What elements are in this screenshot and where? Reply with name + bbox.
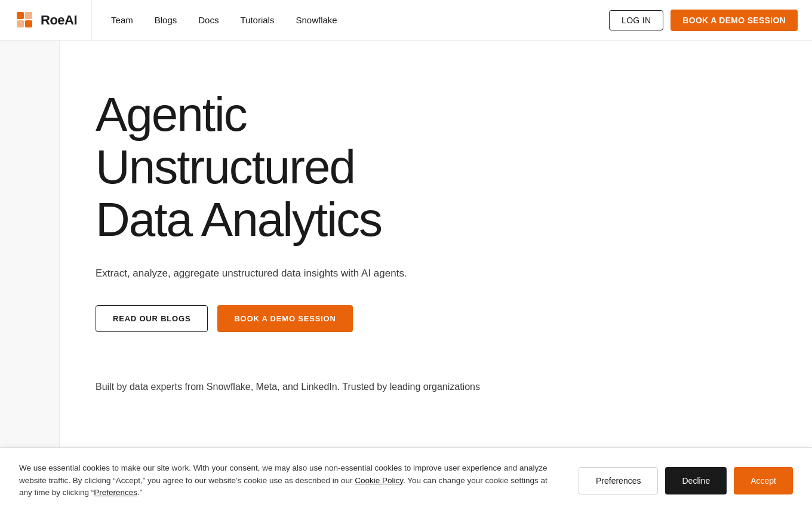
- nav-item-tutorials[interactable]: Tutorials: [240, 15, 274, 25]
- preferences-inline-link[interactable]: Preferences: [94, 488, 137, 497]
- nav-item-docs[interactable]: Docs: [198, 15, 219, 25]
- svg-rect-0: [17, 12, 24, 19]
- hero-title: Agentic Unstructured Data Analytics: [96, 88, 513, 246]
- read-blogs-button[interactable]: READ OUR BLOGS: [96, 305, 208, 332]
- hero-title-line2: Unstructured: [96, 140, 355, 193]
- decline-button[interactable]: Decline: [665, 467, 727, 494]
- cookie-buttons: Preferences Decline Accept: [579, 467, 793, 494]
- nav-item-blogs[interactable]: Blogs: [155, 15, 177, 25]
- preferences-button[interactable]: Preferences: [579, 467, 658, 494]
- header: RoeAI Team Blogs Docs Tutorials Snowflak…: [0, 0, 812, 41]
- hero-section: Agentic Unstructured Data Analytics Extr…: [60, 41, 812, 513]
- logo-area[interactable]: RoeAI: [0, 0, 92, 41]
- main-content: Agentic Unstructured Data Analytics Extr…: [0, 41, 812, 513]
- nav-item-team[interactable]: Team: [111, 15, 133, 25]
- svg-rect-1: [25, 12, 32, 19]
- header-right: LOG IN BOOK A DEMO SESSION: [609, 10, 798, 31]
- cookie-text: We use essential cookies to make our sit…: [19, 462, 559, 499]
- logo-text: RoeAI: [41, 13, 77, 28]
- login-button[interactable]: LOG IN: [609, 10, 663, 30]
- accept-button[interactable]: Accept: [734, 467, 793, 494]
- hero-subtitle: Extract, analyze, aggregate unstructured…: [96, 265, 412, 281]
- hero-title-line3: Data Analytics: [96, 193, 382, 246]
- sidebar: [0, 41, 60, 513]
- book-demo-header-button[interactable]: BOOK A DEMO SESSION: [670, 10, 798, 31]
- nav-item-snowflake[interactable]: Snowflake: [296, 15, 337, 25]
- header-left: RoeAI Team Blogs Docs Tutorials Snowflak…: [0, 0, 337, 41]
- main-nav: Team Blogs Docs Tutorials Snowflake: [111, 15, 337, 25]
- roeai-logo-icon: [14, 10, 36, 31]
- trust-text: Built by data experts from Snowflake, Me…: [96, 380, 561, 394]
- svg-rect-3: [25, 20, 32, 27]
- cookie-message-end: .”: [137, 488, 142, 497]
- svg-rect-2: [17, 20, 24, 27]
- hero-buttons: READ OUR BLOGS BOOK A DEMO SESSION: [96, 305, 776, 332]
- book-demo-main-button[interactable]: BOOK A DEMO SESSION: [217, 305, 352, 332]
- cookie-policy-link[interactable]: Cookie Policy: [355, 476, 403, 485]
- cookie-banner: We use essential cookies to make our sit…: [0, 447, 812, 513]
- hero-title-line1: Agentic: [96, 88, 247, 141]
